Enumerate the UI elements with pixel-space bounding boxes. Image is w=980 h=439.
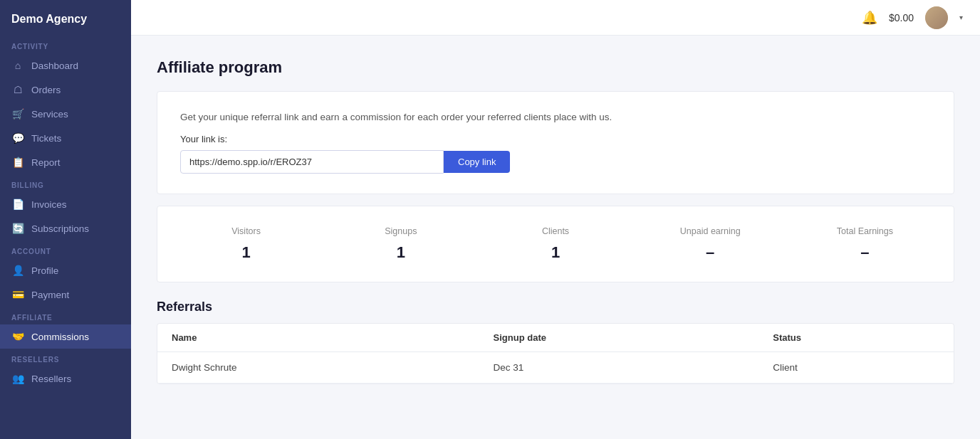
sidebar-item-label: Payment: [31, 290, 69, 300]
invoices-icon: 📄: [11, 199, 24, 210]
stat-signups-value: 1: [323, 243, 478, 262]
sidebar-item-label: Resellers: [31, 374, 71, 384]
sidebar-item-subscriptions[interactable]: 🔄 Subscriptions: [0, 216, 131, 240]
stat-clients-value: 1: [478, 243, 632, 262]
sidebar: Demo Agency ACTIVITY ⌂ Dashboard ☖ Order…: [0, 0, 131, 439]
stat-unpaid: Unpaid earning –: [633, 226, 788, 262]
sidebar-item-label: Report: [31, 157, 61, 168]
content-area: Affiliate program Get your unique referr…: [131, 36, 980, 439]
sidebar-item-label: Services: [31, 109, 68, 120]
orders-icon: ☖: [11, 84, 24, 95]
referrals-title: Referrals: [157, 300, 954, 314]
sidebar-item-dashboard[interactable]: ⌂ Dashboard: [0, 53, 131, 78]
affiliate-description: Get your unique referral link and earn a…: [180, 112, 931, 122]
sidebar-item-label: Tickets: [31, 133, 61, 144]
sidebar-item-payment[interactable]: 💳 Payment: [0, 282, 131, 307]
copy-link-button[interactable]: Copy link: [444, 151, 510, 173]
main-area: 🔔 $0.00 ▾ Affiliate program Get your uni…: [131, 0, 980, 439]
sidebar-item-invoices[interactable]: 📄 Invoices: [0, 192, 131, 216]
sidebar-item-commissions[interactable]: 🤝 Commissions: [0, 324, 131, 349]
referrals-table-body: Dwight Schrute Dec 31 Client: [157, 352, 954, 384]
sidebar-item-label: Commissions: [31, 332, 89, 342]
affiliate-link-input[interactable]: [180, 150, 444, 174]
avatar-image: [925, 6, 948, 29]
sidebar-item-orders[interactable]: ☖ Orders: [0, 78, 131, 102]
resellers-section-label: RESELLERS: [0, 349, 131, 366]
stat-total-value: –: [788, 243, 942, 262]
stat-total: Total Earnings –: [788, 226, 942, 262]
sidebar-item-profile[interactable]: 👤 Profile: [0, 258, 131, 282]
sidebar-item-label: Orders: [31, 85, 61, 95]
row-signup-date: Dec 31: [479, 352, 759, 384]
topbar: 🔔 $0.00 ▾: [131, 0, 980, 36]
sidebar-item-services[interactable]: 🛒 Services: [0, 102, 131, 126]
billing-section-label: BILLING: [0, 174, 131, 192]
stat-signups-label: Signups: [323, 226, 478, 236]
notification-bell-icon[interactable]: 🔔: [862, 10, 877, 26]
account-balance: $0.00: [889, 12, 914, 23]
stat-clients: Clients 1: [478, 226, 632, 262]
link-label: Your link is:: [180, 134, 931, 144]
profile-icon: 👤: [11, 265, 24, 276]
stat-visitors-value: 1: [169, 243, 323, 262]
stat-clients-label: Clients: [478, 226, 632, 236]
affiliate-section-label: AFFILIATE: [0, 307, 131, 324]
referrals-table-wrap: Name Signup date Status Dwight Schrute D…: [157, 323, 954, 384]
services-icon: 🛒: [11, 108, 24, 120]
col-status: Status: [759, 324, 954, 352]
dashboard-icon: ⌂: [11, 60, 24, 71]
sidebar-item-label: Profile: [31, 265, 58, 276]
stat-visitors-label: Visitors: [169, 226, 323, 236]
sidebar-item-tickets[interactable]: 💬 Tickets: [0, 126, 131, 150]
stat-unpaid-value: –: [633, 243, 788, 262]
stat-visitors: Visitors 1: [169, 226, 323, 262]
referrals-table-head: Name Signup date Status: [157, 324, 954, 352]
account-chevron-down-icon[interactable]: ▾: [959, 14, 963, 21]
avatar[interactable]: [925, 6, 948, 29]
tickets-icon: 💬: [11, 132, 24, 144]
sidebar-item-label: Dashboard: [31, 60, 78, 71]
sidebar-item-report[interactable]: 📋 Report: [0, 150, 131, 174]
commissions-icon: 🤝: [11, 331, 24, 342]
row-name: Dwight Schrute: [157, 352, 479, 384]
sidebar-item-label: Subscriptions: [31, 223, 89, 234]
account-section-label: ACCOUNT: [0, 240, 131, 258]
affiliate-link-card: Get your unique referral link and earn a…: [157, 91, 954, 194]
sidebar-item-resellers[interactable]: 👥 Resellers: [0, 366, 131, 391]
subscriptions-icon: 🔄: [11, 223, 24, 234]
resellers-icon: 👥: [11, 373, 24, 384]
activity-section-label: ACTIVITY: [0, 36, 131, 53]
stats-card: Visitors 1 Signups 1 Clients 1 Unpaid ea…: [157, 206, 954, 282]
page-title: Affiliate program: [157, 58, 954, 77]
col-signup-date: Signup date: [479, 324, 759, 352]
report-icon: 📋: [11, 157, 24, 168]
stat-total-label: Total Earnings: [788, 226, 942, 236]
stat-signups: Signups 1: [323, 226, 478, 262]
row-status: Client: [759, 352, 954, 384]
stat-unpaid-label: Unpaid earning: [633, 226, 788, 236]
payment-icon: 💳: [11, 289, 24, 300]
col-name: Name: [157, 324, 479, 352]
link-row: Copy link: [180, 150, 931, 174]
referrals-header-row: Name Signup date Status: [157, 324, 954, 352]
table-row: Dwight Schrute Dec 31 Client: [157, 352, 954, 384]
sidebar-item-label: Invoices: [31, 199, 67, 210]
app-logo: Demo Agency: [0, 0, 131, 36]
referrals-table: Name Signup date Status Dwight Schrute D…: [157, 324, 954, 384]
